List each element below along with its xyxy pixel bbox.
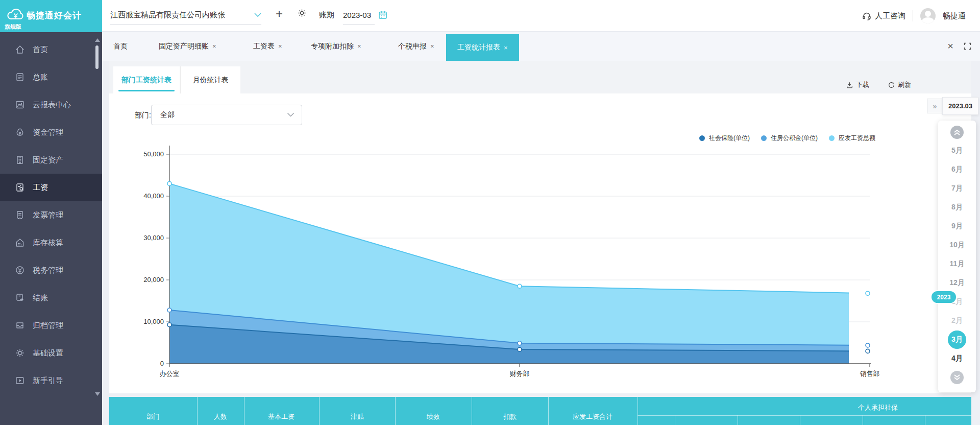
close-tab-icon[interactable]: × bbox=[212, 42, 216, 50]
download-button[interactable]: 下载 bbox=[846, 80, 869, 89]
subtab-strip: 部门工资统计表 月份统计表 下载 刷新 bbox=[109, 61, 971, 93]
tab-1[interactable]: 固定资产明细账× bbox=[159, 32, 216, 61]
sidebar-item-archive[interactable]: 归档管理 bbox=[0, 312, 102, 339]
close-tab-icon[interactable]: × bbox=[357, 42, 361, 50]
tab-2[interactable]: 工资表× bbox=[253, 32, 282, 61]
home-icon bbox=[15, 44, 25, 55]
sidebar-scroll-up-icon[interactable] bbox=[95, 38, 100, 42]
subcolumn-divider bbox=[925, 415, 925, 425]
svg-text:财务部: 财务部 bbox=[510, 370, 530, 377]
scroll-months-up-button[interactable] bbox=[950, 126, 964, 139]
top-header: 江西服宝精品有限责任公司内账张 + 账期 2023-03 人工咨询 畅捷通 bbox=[0, 0, 980, 32]
sidebar-item-cloud-report[interactable]: 云报表中心 bbox=[0, 91, 102, 119]
month-item-active[interactable]: 3月 bbox=[938, 330, 976, 349]
refresh-icon bbox=[888, 81, 895, 89]
subtab-department-report[interactable]: 部门工资统计表 bbox=[113, 66, 180, 93]
month-item[interactable]: 6月 bbox=[938, 160, 976, 179]
company-selector[interactable]: 江西服宝精品有限责任公司内账张 bbox=[110, 6, 261, 25]
gear-icon[interactable] bbox=[297, 8, 307, 18]
collapse-month-panel-button[interactable]: » bbox=[927, 99, 942, 113]
sidebar-item-guide[interactable]: 新手引导 bbox=[0, 367, 102, 394]
double-chevron-right-icon: » bbox=[933, 102, 937, 110]
brand-edition: 旗舰版 bbox=[5, 23, 21, 31]
sidebar-scrollbar-thumb[interactable] bbox=[95, 45, 99, 69]
column-divider bbox=[197, 397, 198, 425]
sidebar-item-closing[interactable]: 结账 bbox=[0, 284, 102, 312]
close-tab-icon[interactable]: × bbox=[278, 42, 282, 50]
column-header: 绩效 bbox=[427, 412, 440, 421]
report-panel: 部门工资统计表 月份统计表 下载 刷新 部门: 全部 社会保险(单位)住房公积金… bbox=[109, 61, 971, 393]
calendar-icon[interactable] bbox=[378, 10, 388, 20]
column-header: 人数 bbox=[214, 412, 227, 421]
salary-area-chart: 010,00020,00030,00040,00050,000办公室财务部销售部 bbox=[109, 128, 936, 393]
fullscreen-icon[interactable] bbox=[963, 42, 972, 51]
sidebar-item-assets[interactable]: 固定资产 bbox=[0, 146, 102, 174]
month-item[interactable]: 5月 bbox=[938, 141, 976, 160]
sidebar-item-ledger[interactable]: 总账 bbox=[0, 63, 102, 91]
support-link[interactable]: 人工咨询 bbox=[862, 11, 905, 21]
month-item[interactable]: 12月 bbox=[938, 273, 976, 292]
svg-text:40,000: 40,000 bbox=[143, 192, 164, 200]
subcolumn-divider bbox=[738, 415, 738, 425]
month-picker-panel: 5月6月7月8月9月10月11月12月1月2月3月4月 2023 bbox=[938, 121, 976, 392]
month-item[interactable]: 8月 bbox=[938, 198, 976, 217]
month-item[interactable]: 7月 bbox=[938, 179, 976, 198]
scroll-months-down-button[interactable] bbox=[950, 371, 964, 384]
svg-text:办公室: 办公室 bbox=[160, 370, 180, 377]
sidebar-scroll-down-icon[interactable] bbox=[95, 392, 100, 396]
sidebar-item-invoice[interactable]: 发票管理 bbox=[0, 201, 102, 229]
add-account-button[interactable]: + bbox=[276, 7, 283, 21]
period-value[interactable]: 2023-03 bbox=[343, 6, 375, 25]
close-all-tabs-icon[interactable]: × bbox=[947, 39, 953, 53]
sidebar-item-label: 资金管理 bbox=[33, 128, 63, 137]
month-item[interactable]: 2月 bbox=[938, 311, 976, 330]
tab-label: 工资表 bbox=[253, 42, 275, 51]
guide-icon bbox=[15, 375, 25, 386]
sidebar-item-tax[interactable]: 税务管理 bbox=[0, 256, 102, 284]
close-tab-icon[interactable]: × bbox=[430, 42, 434, 50]
tab-label: 首页 bbox=[113, 42, 128, 51]
sidebar-item-home[interactable]: 首页 bbox=[0, 36, 102, 63]
sidebar-item-settings[interactable]: 基础设置 bbox=[0, 339, 102, 367]
tab-4[interactable]: 个税申报× bbox=[398, 32, 434, 61]
cloud-logo-icon bbox=[7, 7, 25, 22]
double-chevron-down-icon bbox=[953, 374, 961, 381]
month-item[interactable]: 9月 bbox=[938, 217, 976, 235]
tab-5[interactable]: 工资统计报表× bbox=[446, 34, 519, 61]
avatar[interactable] bbox=[920, 8, 936, 23]
sidebar-item-label: 税务管理 bbox=[33, 266, 63, 275]
sidebar-item-inventory[interactable]: 库存核算 bbox=[0, 229, 102, 256]
subtab-month-report[interactable]: 月份统计表 bbox=[180, 66, 240, 93]
department-select[interactable]: 全部 bbox=[151, 105, 302, 125]
year-badge: 2023 bbox=[932, 291, 956, 303]
tab-home[interactable]: 首页 bbox=[113, 32, 128, 61]
app-window: 江西服宝精品有限责任公司内账张 + 账期 2023-03 人工咨询 畅捷通 畅捷… bbox=[0, 0, 980, 425]
group-subheader-divider bbox=[638, 415, 971, 416]
close-tab-icon[interactable]: × bbox=[504, 44, 508, 52]
tab-3[interactable]: 专项附加扣除× bbox=[311, 32, 361, 61]
column-divider bbox=[638, 397, 638, 425]
group-column-header: 个人承担社保 bbox=[858, 403, 898, 412]
active-month-pill: 3月 bbox=[948, 330, 966, 349]
tab-label: 个税申报 bbox=[398, 42, 427, 51]
column-header: 部门 bbox=[146, 412, 160, 421]
sidebar-item-funds[interactable]: 资金管理 bbox=[0, 119, 102, 146]
month-item[interactable]: 4月 bbox=[938, 349, 976, 368]
sidebar-item-salary[interactable]: 工资 bbox=[0, 174, 102, 201]
svg-text:10,000: 10,000 bbox=[143, 318, 164, 325]
subcolumn-divider bbox=[863, 415, 863, 425]
active-subtab-underline bbox=[118, 90, 175, 91]
month-item[interactable]: 10月 bbox=[938, 235, 976, 254]
month-item[interactable]: 11月 bbox=[938, 254, 976, 273]
salary-icon bbox=[15, 182, 25, 193]
refresh-button[interactable]: 刷新 bbox=[888, 80, 911, 89]
archive-icon bbox=[15, 320, 25, 330]
sidebar-item-label: 新手引导 bbox=[33, 376, 63, 386]
headset-icon bbox=[862, 11, 872, 21]
refresh-label: 刷新 bbox=[898, 80, 911, 89]
ledger-icon bbox=[15, 72, 25, 82]
sidebar-item-label: 固定资产 bbox=[33, 155, 63, 165]
column-header: 基本工资 bbox=[268, 412, 295, 421]
sidebar-item-label: 总账 bbox=[33, 73, 48, 82]
username[interactable]: 畅捷通 bbox=[943, 11, 966, 21]
